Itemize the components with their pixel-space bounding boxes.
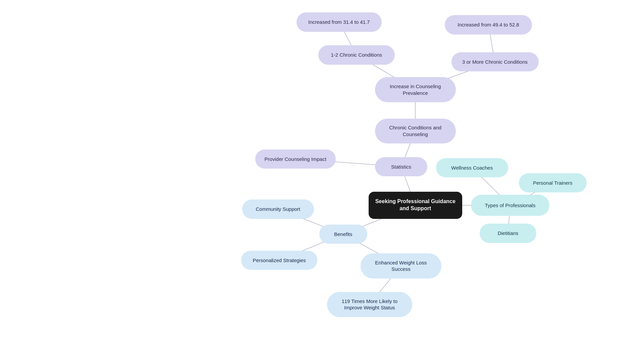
node-dietitians: Dietitians (480, 224, 536, 243)
node-increased_31_41: Increased from 31.4 to 41.7 (297, 12, 382, 32)
node-types_professionals: Types of Professionals (471, 195, 549, 216)
mind-map: Seeking Professional Guidance and Suppor… (0, 0, 644, 363)
node-wellness_coaches: Wellness Coaches (436, 158, 508, 178)
node-enhanced_weight_loss: Enhanced Weight Loss Success (361, 253, 441, 279)
node-increased_49_52: Increased from 49.4 to 52.8 (445, 15, 532, 35)
node-three_more_chronic: 3 or More Chronic Conditions (451, 52, 539, 72)
node-119_times: 119 Times More Likely to Improve Weight … (327, 292, 412, 317)
node-chronic_conditions_counseling: Chronic Conditions and Counseling (375, 119, 456, 144)
node-one_two_chronic: 1-2 Chronic Conditions (318, 45, 395, 65)
node-personalized_strategies: Personalized Strategies (241, 251, 318, 270)
node-community_support: Community Support (242, 199, 314, 219)
node-statistics: Statistics (375, 157, 427, 177)
node-benefits: Benefits (319, 225, 367, 244)
node-increase_counseling: Increase in Counseling Prevalence (375, 77, 456, 102)
node-provider_counseling: Provider Counseling Impact (255, 149, 336, 169)
node-personal_trainers: Personal Trainers (519, 173, 587, 193)
node-center: Seeking Professional Guidance and Suppor… (369, 192, 463, 219)
